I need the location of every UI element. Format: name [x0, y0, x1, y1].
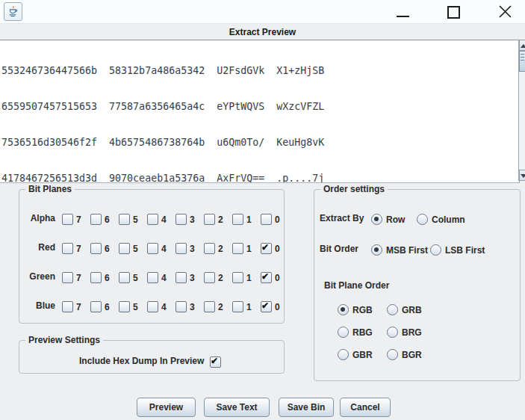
checkbox-green-bit5[interactable]: 5: [119, 271, 138, 284]
page-title: Extract Preview: [0, 27, 525, 37]
radio-lsb-first[interactable]: LSB First: [430, 243, 485, 256]
checkbox-blue-bit4[interactable]: 4: [147, 300, 167, 313]
checkbox-alpha-bit3[interactable]: 3: [175, 212, 195, 226]
window-titlebar: [0, 0, 525, 24]
bit-plane-order-header: Bit Plane Order: [314, 280, 520, 291]
checkbox-red-bit0[interactable]: ✔0: [261, 241, 280, 255]
maximize-button[interactable]: [447, 6, 460, 19]
checkbox-icon: [119, 243, 130, 254]
checkbox-icon: [175, 301, 187, 312]
checkbox-alpha-bit1[interactable]: 1: [232, 212, 252, 226]
checkbox-icon: [62, 301, 73, 312]
order-settings-title: Order settings: [320, 184, 388, 194]
hex-line: 553246736447566b 58312b7a486a5342 U2FsdG…: [1, 64, 519, 78]
include-hex-row: Include Hex Dump In Preview ✔: [19, 355, 284, 367]
preview-button[interactable]: Preview: [137, 398, 196, 417]
close-button[interactable]: [497, 4, 513, 19]
radio-gbr[interactable]: GBR: [338, 348, 373, 361]
checkbox-icon: [261, 214, 272, 225]
radio-extract-by-row[interactable]: Row: [371, 212, 405, 226]
checkbox-green-bit3[interactable]: 3: [175, 271, 195, 284]
cancel-button[interactable]: Cancel: [340, 398, 391, 417]
bitplane-row-red: Red 7 6 5 4 3 2 1 ✔0: [19, 241, 284, 253]
checkbox-blue-bit5[interactable]: 5: [119, 300, 138, 313]
bitplane-row-alpha: Alpha 7 6 5 4 3 2 1 0: [19, 212, 284, 224]
checkbox-red-bit3[interactable]: 3: [175, 241, 195, 255]
checkbox-green-bit4[interactable]: 4: [147, 271, 167, 284]
radio-icon: [430, 244, 441, 256]
checkbox-blue-bit1[interactable]: 1: [232, 300, 252, 313]
checkbox-icon: [90, 243, 102, 254]
checkbox-red-bit6[interactable]: 6: [90, 241, 110, 255]
checkbox-icon: [232, 301, 243, 312]
scrollbar-thumb[interactable]: [519, 51, 525, 72]
radio-selected-icon: [371, 244, 382, 256]
radio-rbg[interactable]: RBG: [338, 325, 373, 339]
checkbox-checked-icon: ✔: [261, 243, 272, 254]
bit-plane-order-row-1: RGB GRB: [314, 303, 520, 315]
checkbox-green-bit7[interactable]: 7: [62, 271, 81, 284]
save-text-button[interactable]: Save Text: [204, 398, 270, 417]
checkbox-green-bit1[interactable]: 1: [232, 271, 252, 284]
hex-dump-preview[interactable]: 553246736447566b 58312b7a486a5342 U2FsdG…: [0, 40, 520, 183]
minimize-button[interactable]: [397, 16, 409, 17]
check-icon: ✔: [261, 271, 269, 282]
scroll-down-button[interactable]: [519, 170, 525, 181]
save-bin-button[interactable]: Save Bin: [279, 398, 334, 417]
java-coffee-cup-icon: [7, 5, 19, 18]
checkbox-icon: [175, 243, 187, 254]
extract-by-row: Extract By Row Column: [314, 212, 520, 224]
radio-selected-icon: [371, 214, 382, 225]
checkbox-alpha-bit7[interactable]: 7: [62, 212, 81, 226]
radio-msb-first[interactable]: MSB First: [371, 243, 428, 256]
checkbox-green-bit2[interactable]: 2: [204, 271, 223, 284]
scroll-up-button[interactable]: [519, 40, 525, 51]
checkbox-red-bit7[interactable]: 7: [62, 241, 81, 255]
checkbox-blue-bit6[interactable]: 6: [90, 300, 110, 313]
bitplane-row-green: Green 7 6 5 4 3 2 1 ✔0: [19, 271, 284, 282]
checkbox-red-bit4[interactable]: 4: [147, 241, 167, 255]
radio-icon: [338, 349, 349, 360]
scroll-up-icon: [521, 44, 525, 48]
bit-plane-order-row-3: GBR BGR: [314, 348, 520, 359]
checkbox-blue-bit3[interactable]: 3: [175, 300, 195, 313]
checkbox-alpha-bit5[interactable]: 5: [119, 212, 138, 226]
preview-settings-title: Preview Settings: [25, 335, 103, 345]
bit-order-label: Bit Order: [320, 244, 358, 254]
radio-grb[interactable]: GRB: [387, 303, 422, 316]
checkbox-blue-bit7[interactable]: 7: [62, 300, 81, 313]
check-icon: ✔: [261, 242, 269, 253]
bitplane-row-label: Red: [21, 242, 55, 253]
radio-icon: [338, 327, 349, 338]
checkbox-alpha-bit0[interactable]: 0: [261, 212, 280, 226]
checkbox-icon: [62, 243, 73, 254]
close-x-icon: [500, 6, 511, 17]
checkbox-blue-bit2[interactable]: 2: [204, 300, 223, 313]
checkbox-alpha-bit2[interactable]: 2: [204, 212, 223, 226]
radio-rgb[interactable]: RGB: [338, 303, 373, 316]
java-app-icon[interactable]: [4, 2, 22, 21]
checkbox-alpha-bit6[interactable]: 6: [90, 212, 110, 226]
checkbox-red-bit5[interactable]: 5: [119, 241, 138, 255]
radio-brg[interactable]: BRG: [387, 325, 422, 339]
bit-planes-title: Bit Planes: [25, 184, 75, 194]
radio-extract-by-column[interactable]: Column: [417, 212, 465, 226]
radio-bgr[interactable]: BGR: [387, 348, 422, 361]
checkbox-icon: [119, 301, 130, 312]
bitplane-row-label: Green: [21, 271, 55, 282]
bit-planes-panel: Bit Planes Alpha 7 6 5 4 3 2 1 0 Red 7 6…: [19, 189, 285, 324]
checkbox-red-bit1[interactable]: 1: [232, 241, 252, 255]
checkbox-include-hex-dump[interactable]: ✔: [210, 355, 221, 368]
checkbox-green-bit6[interactable]: 6: [90, 271, 110, 284]
checkbox-icon: [147, 301, 158, 312]
bit-plane-order-row-2: RBG BRG: [314, 325, 520, 337]
checkbox-icon: [204, 243, 215, 254]
vertical-scrollbar[interactable]: [518, 40, 525, 181]
checkbox-alpha-bit4[interactable]: 4: [147, 212, 167, 226]
checkbox-blue-bit0[interactable]: ✔0: [261, 300, 280, 313]
checkbox-green-bit0[interactable]: ✔0: [261, 271, 280, 284]
checkbox-red-bit2[interactable]: 2: [204, 241, 223, 255]
checkbox-icon: [175, 272, 187, 283]
extract-by-label: Extract By: [320, 213, 364, 223]
checkbox-icon: [147, 243, 158, 254]
